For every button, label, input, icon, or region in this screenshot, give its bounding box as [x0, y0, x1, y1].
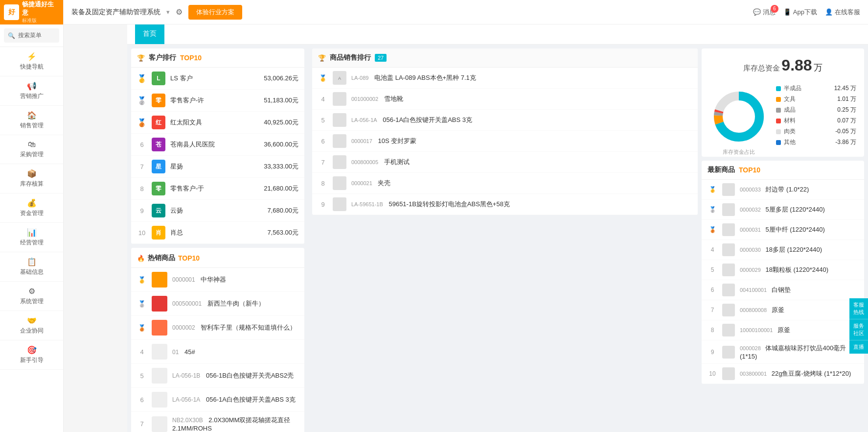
newest-icon-4 — [722, 243, 735, 256]
svg-rect-3 — [335, 116, 344, 124]
header-right: 💬 消息 6 📱 App下载 👤 在线客服 — [753, 8, 860, 17]
hot-item-5: 5 LA-056-1B 056-1B白色按键开关壳ABS2壳 — [131, 364, 304, 388]
s-name-4: 10S 变封罗蒙 — [378, 137, 416, 144]
newest-rank-4: 4 — [708, 246, 717, 253]
legend-val-5: -0.05 万 — [835, 127, 856, 136]
left-column: 🏆 客户排行 TOP10 🥇 L LS 客户 53,006.26元 🥈 零 零售… — [127, 45, 308, 432]
basic-label: 基础信息 — [20, 268, 44, 276]
rank-avatar-2: 零 — [152, 94, 165, 107]
main-area: 首页 🏆 客户排行 TOP10 🥇 L LS 客户 53,006.26元 — [127, 24, 868, 432]
rank-avatar-3: 红 — [152, 116, 165, 129]
rank-avatar-6: 零 — [152, 182, 165, 195]
legend-item-2: 文具 1.01 万 — [776, 95, 856, 103]
customer-top-label: TOP10 — [180, 54, 202, 62]
system-name[interactable]: 装备及固定资产辅助管理系统 — [71, 8, 160, 17]
operation-icon: 📊 — [27, 228, 37, 237]
sidebar-item-cooperate[interactable]: 🤝 企业协同 — [0, 311, 63, 340]
app-download-btn[interactable]: 📱 App下载 — [783, 8, 817, 17]
hot-code-6: LA-056-1A — [172, 396, 200, 403]
system-label: 系统管理 — [20, 297, 44, 306]
newest-info-5: 0000029 18颗粒板 (1220*2440) — [740, 265, 858, 274]
newest-code-5: 0000029 — [740, 267, 761, 273]
sidebar-item-finance[interactable]: 💰 资金管理 — [0, 193, 63, 223]
newest-title: 最新商品 — [708, 166, 735, 174]
newest-rank-7: 7 — [708, 307, 717, 313]
rank-amount-6: 21,680.00元 — [264, 184, 298, 193]
rank-avatar-5: 星 — [152, 160, 165, 173]
s-code-4: 0000017 — [351, 138, 372, 144]
legend-val-4: 0.07 万 — [837, 117, 856, 125]
svg-rect-2 — [335, 95, 344, 103]
trial-button[interactable]: 体验行业方案 — [188, 5, 242, 20]
svg-rect-21 — [725, 348, 732, 356]
tab-home[interactable]: 首页 — [135, 24, 164, 44]
hot-item-4: 4 01 45# — [131, 340, 304, 364]
sidebar-search-area[interactable]: 🔍 搜索菜单 — [0, 24, 63, 47]
newest-icon-5 — [722, 264, 735, 276]
s-name-1: 电池盖 LA-089 ABS本色+黑种 7.1克 — [374, 74, 476, 81]
float-btn-live[interactable]: 直播 — [849, 340, 868, 354]
legend-name-3: 成品 — [784, 106, 834, 114]
newest-info-2: 0000032 5厘多层 (1220*2440) — [740, 205, 858, 214]
rank-name-6: 零售客户-于 — [170, 184, 259, 193]
dropdown-icon[interactable]: ▾ — [166, 8, 170, 16]
rank-name-8: 肖总 — [170, 228, 262, 237]
newest-rank-5: 5 — [708, 266, 717, 273]
sidebar-item-purchase[interactable]: 🛍 采购管理 — [0, 135, 63, 164]
rank-item-3: 🥉 红 红太阳文具 40,925.00元 — [131, 112, 304, 134]
sales-info-6: 0000021 夹壳 — [351, 179, 692, 188]
sidebar-item-sales[interactable]: 🏠 销售管理 — [0, 106, 63, 135]
search-icon: 🔍 — [8, 32, 15, 39]
newest-code-4: 0000030 — [740, 247, 761, 253]
rank-amount-3: 40,925.00元 — [264, 118, 298, 127]
newest-code-3: 0000031 — [740, 227, 761, 233]
hot-item-6: 6 LA-056-1A 056-1A白色按键开关盖ABS 3克 — [131, 388, 304, 412]
newest-info-4: 0000030 18多层 (1220*2440) — [740, 245, 858, 254]
float-btn-community[interactable]: 服务社区 — [849, 319, 868, 340]
hot-info-4: 01 45# — [172, 348, 298, 356]
rank-amount-4: 36,600.00元 — [264, 140, 298, 149]
legend-dot-4 — [776, 119, 781, 123]
rank-name-5: 星扬 — [170, 162, 259, 171]
newest-code-7: 000800008 — [740, 307, 767, 313]
newest-item-7: 7 000800008 原釜 — [702, 300, 864, 320]
sidebar-item-basic[interactable]: 📋 基础信息 — [0, 252, 63, 282]
svg-rect-15 — [725, 226, 732, 234]
sidebar-item-system[interactable]: ⚙ 系统管理 — [0, 282, 63, 311]
legend-item-1: 半成品 12.45 万 — [776, 84, 856, 93]
legend-name-6: 其他 — [784, 138, 832, 146]
svg-rect-20 — [725, 326, 732, 334]
legend-dot-3 — [776, 108, 781, 113]
finance-label: 资金管理 — [20, 209, 44, 217]
rank-amount-8: 7,563.00元 — [267, 228, 298, 237]
hot-img-5 — [152, 368, 167, 384]
sidebar-item-guide[interactable]: 🎯 新手引导 — [0, 340, 63, 370]
online-service-btn[interactable]: 👤 在线客服 — [825, 8, 860, 17]
svg-rect-13 — [725, 186, 732, 193]
tab-bar: 首页 — [127, 24, 868, 45]
svg-rect-4 — [335, 137, 344, 145]
rank-item-2: 🥈 零 零售客户-许 51,183.00元 — [131, 90, 304, 112]
sidebar-item-operation[interactable]: 📊 经营管理 — [0, 223, 63, 252]
settings-icon[interactable]: ⚙ — [176, 7, 183, 17]
sales-icon-3 — [333, 113, 346, 127]
sales-icon: 🏠 — [27, 111, 37, 120]
hot-top-label: TOP10 — [178, 254, 200, 262]
notification-btn[interactable]: 💬 消息 6 — [753, 8, 776, 17]
float-btn-service[interactable]: 客服热线 — [849, 298, 868, 319]
search-menu-btn[interactable]: 🔍 搜索菜单 — [4, 28, 59, 43]
hot-code-4: 01 — [172, 349, 179, 356]
sales-info-2: 001000002 雪地靴 — [351, 95, 692, 103]
sidebar-item-nav[interactable]: ⚡ 快捷导航 — [0, 47, 63, 76]
legend-item-4: 材料 0.07 万 — [776, 117, 856, 125]
newest-info-3: 0000031 5厘中纤 (1220*2440) — [740, 225, 858, 234]
svg-rect-7 — [335, 200, 344, 209]
newest-name-7: 原釜 — [772, 306, 784, 313]
sidebar-nav: ⚡ 快捷导航 📢 营销推广 🏠 销售管理 🛍 采购管理 📦 库存核算 💰 资金管… — [0, 47, 63, 432]
sidebar-item-marketing[interactable]: 📢 营销推广 — [0, 76, 63, 106]
sidebar-item-stock[interactable]: 📦 库存核算 — [0, 164, 63, 193]
rank-item-4: 6 苍 苍南县人民医院 36,600.00元 — [131, 134, 304, 156]
hot-item-1: 🥇 0000001 中华神器 — [131, 268, 304, 292]
newest-name-1: 封边带 (1.0*22) — [765, 186, 809, 193]
sales-item-2: 4 001000002 雪地靴 — [312, 89, 698, 110]
